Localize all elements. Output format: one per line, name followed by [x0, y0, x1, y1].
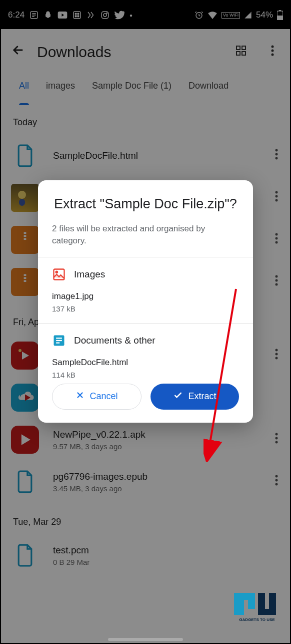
- svg-point-59: [276, 437, 278, 440]
- apps-grid-icon: [72, 11, 82, 20]
- file-overflow-icon[interactable]: [270, 232, 283, 247]
- svg-point-42: [276, 233, 278, 236]
- file-overflow-icon[interactable]: [270, 190, 283, 205]
- svg-point-65: [56, 271, 58, 273]
- category-file-size: 114 kB: [52, 371, 239, 378]
- instagram-icon: [100, 11, 110, 20]
- app-icon: [11, 384, 39, 412]
- category-title: Documents & other: [74, 335, 156, 346]
- page-title: Downloads: [37, 44, 217, 61]
- svg-rect-24: [236, 46, 240, 50]
- svg-rect-23: [279, 10, 281, 11]
- dialog-title: Extract "Sample Doc File.zip"?: [52, 195, 239, 213]
- twitter-icon: [114, 11, 124, 20]
- svg-point-62: [276, 479, 278, 482]
- file-meta: 9.57 MB, 3 days ago: [53, 442, 146, 451]
- svg-rect-35: [19, 199, 25, 206]
- category-file-name: SampleDocFile.html: [52, 358, 239, 368]
- zip-icon: [11, 268, 39, 296]
- svg-rect-41: [24, 238, 26, 240]
- image-category-icon: [52, 267, 66, 281]
- svg-point-14: [76, 16, 78, 17]
- cancel-button[interactable]: Cancel: [52, 384, 142, 410]
- wifi-icon: [208, 11, 218, 19]
- section-header-today: Today: [1, 96, 290, 128]
- svg-point-34: [18, 191, 26, 199]
- app-icon: [11, 342, 39, 370]
- divider: [38, 257, 253, 257]
- svg-point-61: [276, 475, 278, 478]
- home-indicator[interactable]: [108, 638, 183, 641]
- file-overflow-icon[interactable]: [270, 274, 283, 289]
- file-icon: [11, 468, 39, 496]
- svg-rect-74: [248, 593, 255, 609]
- svg-point-32: [276, 153, 278, 156]
- tab-sampledoc[interactable]: Sample Doc File (1): [92, 81, 172, 91]
- file-meta: 0 B 29 Mar: [53, 558, 90, 566]
- svg-point-33: [276, 157, 278, 160]
- file-overflow-icon[interactable]: [270, 348, 283, 363]
- svg-point-9: [78, 13, 79, 14]
- check-icon: [173, 390, 183, 403]
- file-row[interactable]: pg67796-images.epub 3.45 MB, 3 days ago: [1, 454, 290, 496]
- vowifi-label: Vo WiFi: [222, 12, 240, 19]
- svg-point-48: [276, 275, 278, 278]
- category-documents: Documents & other: [52, 334, 239, 348]
- youtube-icon: [58, 12, 68, 19]
- svg-rect-25: [242, 46, 246, 50]
- svg-rect-26: [236, 52, 240, 55]
- svg-point-38: [276, 199, 278, 202]
- svg-point-44: [276, 241, 278, 244]
- svg-rect-40: [24, 235, 26, 237]
- svg-marker-51: [22, 352, 29, 360]
- category-file-name: image1.jpg: [52, 291, 239, 301]
- svg-point-29: [272, 49, 274, 52]
- close-x-icon: [76, 391, 84, 402]
- svg-point-54: [276, 353, 278, 356]
- tab-all[interactable]: All: [19, 81, 29, 91]
- grid-view-icon[interactable]: [229, 45, 253, 60]
- file-overflow-icon[interactable]: [270, 474, 283, 489]
- back-arrow-icon[interactable]: [11, 43, 25, 61]
- svg-point-52: [18, 349, 22, 352]
- svg-point-60: [276, 441, 278, 444]
- overflow-menu-icon[interactable]: [265, 45, 280, 60]
- svg-rect-22: [277, 16, 283, 20]
- file-row[interactable]: SampleDocFile.html: [1, 128, 290, 170]
- file-overflow-icon[interactable]: [270, 148, 283, 163]
- svg-point-12: [78, 15, 79, 16]
- zip-icon: [11, 226, 39, 254]
- status-bar: 6:24 ● Vo WiFi x 54%: [1, 1, 290, 29]
- tab-download[interactable]: Download: [188, 81, 228, 91]
- file-icon: [11, 541, 39, 569]
- category-images: Images: [52, 267, 239, 281]
- category-file-size: 137 kB: [52, 304, 239, 313]
- svg-point-7: [75, 13, 76, 14]
- extract-button[interactable]: Extract: [150, 384, 239, 410]
- svg-rect-77: [258, 609, 276, 615]
- extract-dialog: Extract "Sample Doc File.zip"? 2 files w…: [38, 180, 253, 423]
- file-row[interactable]: test.pcm 0 B 29 Mar: [1, 527, 290, 569]
- extract-label: Extract: [188, 391, 216, 402]
- notification-list-icon: [30, 11, 38, 20]
- svg-point-50: [276, 283, 278, 286]
- svg-point-30: [272, 53, 274, 56]
- svg-point-58: [276, 433, 278, 436]
- file-name: test.pcm: [53, 545, 90, 556]
- svg-point-36: [276, 191, 278, 194]
- svg-rect-47: [24, 280, 26, 282]
- document-category-icon: [52, 334, 66, 348]
- svg-point-10: [75, 15, 76, 16]
- file-name: NewPipe_v0.22.1.apk: [53, 429, 146, 440]
- svg-point-53: [276, 349, 278, 352]
- svg-marker-57: [22, 434, 30, 445]
- file-overflow-icon[interactable]: [270, 432, 283, 447]
- svg-point-55: [276, 357, 278, 360]
- file-name: SampleDocFile.html: [53, 150, 138, 161]
- tab-images[interactable]: images: [46, 81, 75, 91]
- svg-point-11: [76, 15, 78, 16]
- svg-text:GADGETS TO USE: GADGETS TO USE: [239, 617, 275, 622]
- image-thumbnail: [11, 184, 39, 212]
- svg-point-18: [106, 13, 108, 14]
- battery-percent: 54%: [256, 10, 273, 20]
